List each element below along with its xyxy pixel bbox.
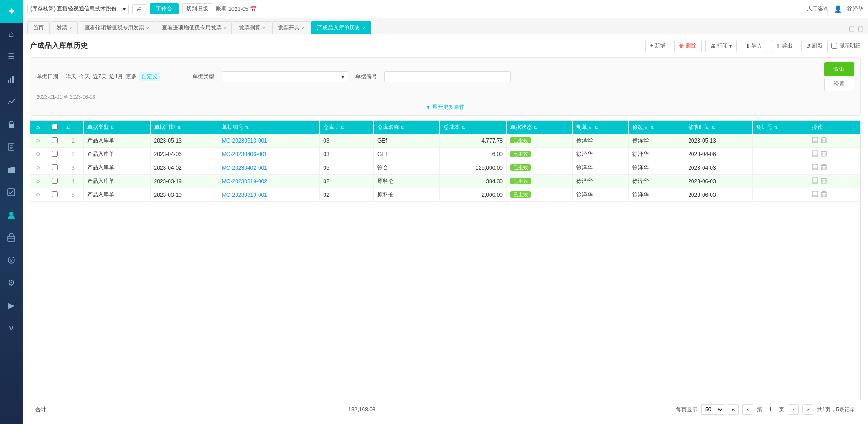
refresh-btn[interactable]: ↺ 刷新: [801, 40, 828, 52]
th-status[interactable]: 单据状态 ⇅: [507, 121, 573, 134]
import-btn[interactable]: ⬇ 导入: [741, 40, 767, 52]
sidebar-item-home[interactable]: ⌂: [0, 23, 23, 45]
tab-invoice[interactable]: 发票 ×: [51, 21, 78, 34]
select-all-checkbox[interactable]: [52, 124, 58, 130]
th-date[interactable]: 单据日期 ⇅: [150, 121, 218, 134]
print-btn[interactable]: 🖨 打印 ▾: [705, 40, 737, 52]
number-filter-input[interactable]: [384, 71, 511, 82]
cell-checkbox[interactable]: [47, 148, 63, 161]
cell-checkbox[interactable]: [47, 188, 63, 202]
cell-number[interactable]: MC-20230319-001: [218, 188, 320, 202]
row-number-link[interactable]: MC-20230513-001: [222, 138, 267, 144]
cell-settings[interactable]: ⚙: [30, 134, 47, 148]
date-shortcut-7days[interactable]: 近7天: [93, 73, 107, 81]
th-voucher[interactable]: 凭证号 ⇅: [752, 121, 808, 134]
th-modify-time[interactable]: 修改时间 ⇅: [684, 121, 752, 134]
tab-product-inbound[interactable]: 产成品入库单历史 ×: [311, 21, 371, 34]
th-warehouse-name[interactable]: 仓库名称 ⇅: [373, 121, 439, 134]
sidebar-item-video[interactable]: ▶: [0, 294, 23, 317]
last-page-btn[interactable]: »: [802, 404, 813, 415]
sidebar-item-chart[interactable]: [0, 68, 23, 91]
tab-home[interactable]: 首页: [27, 21, 50, 34]
sidebar-item-folder[interactable]: [0, 158, 23, 181]
company-selector[interactable]: (库存核算) 直播轻视通信息技术股份... ▾: [27, 4, 129, 14]
cell-settings[interactable]: ⚙: [30, 188, 47, 202]
tab-invoice-close[interactable]: ×: [69, 25, 72, 31]
edit-icon[interactable]: [812, 150, 818, 158]
date-shortcut-yesterday[interactable]: 昨天: [66, 73, 76, 81]
delete-row-icon[interactable]: [821, 150, 827, 158]
th-checkbox[interactable]: [47, 121, 63, 134]
th-creator[interactable]: 制单人 ⇅: [573, 121, 628, 134]
row-number-link[interactable]: MC-20230319-002: [222, 178, 267, 185]
first-page-btn[interactable]: «: [728, 404, 739, 415]
tab-invoice-calc-close[interactable]: ×: [262, 25, 265, 31]
row-checkbox[interactable]: [52, 137, 58, 143]
delete-row-icon[interactable]: [821, 164, 827, 172]
delete-row-icon[interactable]: [821, 137, 827, 144]
cell-checkbox[interactable]: [47, 161, 63, 175]
tab-maximize-btn[interactable]: ⊡: [858, 24, 863, 33]
tab-check-input-close[interactable]: ×: [223, 25, 226, 31]
cell-settings[interactable]: ⚙: [30, 161, 47, 175]
sidebar-item-version[interactable]: V: [0, 317, 23, 339]
th-modifier[interactable]: 修改人 ⇅: [628, 121, 684, 134]
help-btn[interactable]: 人工咨询: [807, 5, 829, 13]
calendar-icon[interactable]: 📅: [250, 6, 257, 12]
th-settings[interactable]: ⚙: [30, 121, 47, 134]
workbench-btn[interactable]: 工作台: [150, 3, 179, 14]
th-total-cost[interactable]: 总成本 ⇅: [440, 121, 507, 134]
sidebar-item-box[interactable]: [0, 226, 23, 249]
cell-checkbox[interactable]: [47, 175, 63, 188]
date-shortcut-more[interactable]: 更多: [126, 73, 137, 81]
expand-filter-btn[interactable]: ▼ 展开更多条件: [426, 103, 465, 111]
tab-minimize-btn[interactable]: ⊟: [849, 24, 855, 33]
sidebar-item-doc[interactable]: [0, 136, 23, 158]
tab-check-sales-vat[interactable]: 查看销项增值税专用发票 ×: [79, 21, 155, 34]
row-number-link[interactable]: MC-20230406-001: [222, 151, 267, 157]
per-page-select[interactable]: 50 100 200: [701, 404, 724, 415]
export-btn[interactable]: ⬆ 导出: [771, 40, 797, 52]
sidebar-item-money[interactable]: ¥: [0, 249, 23, 272]
edit-icon[interactable]: [812, 191, 818, 199]
th-number[interactable]: 单据编号 ⇅: [218, 121, 320, 134]
delete-row-icon[interactable]: [821, 191, 827, 199]
date-shortcut-today[interactable]: 今天: [79, 73, 90, 81]
tab-check-sales-close[interactable]: ×: [146, 25, 149, 31]
switch-version-btn[interactable]: 切到旧版: [182, 3, 212, 14]
tab-invoice-open-close[interactable]: ×: [302, 25, 304, 31]
row-checkbox[interactable]: [52, 151, 58, 157]
cell-settings[interactable]: ⚙: [30, 175, 47, 188]
cell-number[interactable]: MC-20230513-001: [218, 134, 320, 148]
show-detail-checkbox[interactable]: [831, 43, 837, 49]
edit-icon[interactable]: [812, 164, 818, 172]
edit-icon[interactable]: [812, 177, 818, 185]
cell-number[interactable]: MC-20230406-001: [218, 148, 320, 161]
row-number-link[interactable]: MC-20230319-001: [222, 192, 267, 198]
cell-settings[interactable]: ⚙: [30, 148, 47, 161]
add-btn[interactable]: + 新增: [645, 40, 670, 52]
sidebar-item-trend[interactable]: [0, 91, 23, 113]
row-checkbox[interactable]: [52, 191, 58, 197]
print-btn[interactable]: 🖨: [132, 4, 146, 14]
cell-checkbox[interactable]: [47, 134, 63, 148]
th-type[interactable]: 单据类型 ⇅: [83, 121, 150, 134]
prev-page-btn[interactable]: ‹: [742, 404, 753, 415]
set-btn[interactable]: 设置: [824, 78, 854, 91]
cell-number[interactable]: MC-20230319-002: [218, 175, 320, 188]
tab-invoice-open[interactable]: 发票开具 ×: [272, 21, 310, 34]
sidebar-item-lock[interactable]: [0, 113, 23, 136]
row-number-link[interactable]: MC-20230402-001: [222, 165, 267, 171]
delete-btn[interactable]: 🗑 删除: [674, 40, 702, 52]
tab-check-input-vat[interactable]: 查看进项增值税专用发票 ×: [156, 21, 232, 34]
sidebar-item-settings[interactable]: ⚙: [0, 272, 23, 294]
row-checkbox[interactable]: [52, 178, 58, 184]
tab-product-inbound-close[interactable]: ×: [362, 25, 365, 31]
sidebar-item-list[interactable]: ☰: [0, 45, 23, 68]
th-warehouse-code[interactable]: 仓库... ⇅: [320, 121, 374, 134]
row-checkbox[interactable]: [52, 164, 58, 170]
tab-invoice-calc[interactable]: 发票测算 ×: [233, 21, 271, 34]
date-shortcut-custom[interactable]: 自定义: [139, 72, 160, 81]
date-shortcut-1month[interactable]: 近1月: [109, 73, 123, 81]
query-btn[interactable]: 查询: [824, 62, 854, 76]
